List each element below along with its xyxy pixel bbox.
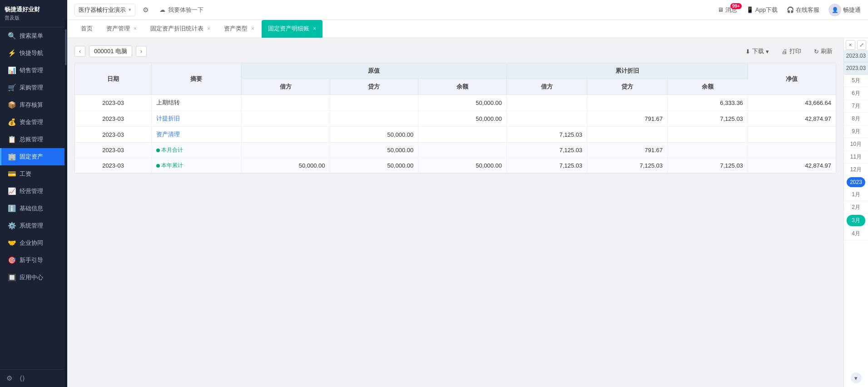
cell-dep-balance — [667, 127, 748, 143]
app-edition: 普及版 — [5, 15, 63, 21]
sidebar-item-system[interactable]: ⚙️ 系统管理 — [0, 217, 67, 234]
sidebar-item-label: 库存核算 — [20, 101, 43, 109]
panel-month-4[interactable]: 4月 — [844, 228, 868, 240]
tab-asset-type[interactable]: 资产类型 × — [218, 20, 261, 38]
customer-service-btn[interactable]: 🎧 在线客服 — [787, 6, 819, 14]
panel-month-2[interactable]: 2月 — [844, 201, 868, 214]
tab-close-icon[interactable]: × — [207, 25, 210, 32]
tab-asset-mgmt[interactable]: 资产管理 × — [100, 20, 143, 38]
sidebar-item-purchase[interactable]: 🛒 采购管理 — [0, 79, 67, 96]
sidebar-item-quick-nav[interactable]: ⚡ 快捷导航 — [0, 45, 67, 62]
panel-month-1[interactable]: 1月 — [844, 189, 868, 201]
tab-home-label: 首页 — [81, 25, 93, 33]
cell-orig-debit — [241, 127, 330, 143]
table-row-month-total: 2023-03 本月合计 50,000.00 7,125.03 — [75, 143, 836, 158]
panel-expand-btn[interactable]: ⤢ — [857, 40, 867, 50]
col-summary: 摘要 — [152, 63, 242, 95]
sidebar-item-finance[interactable]: 💰 资金管理 — [0, 114, 67, 131]
cell-dep-balance — [667, 143, 748, 158]
sidebar-item-inventory[interactable]: 📦 库存核算 — [0, 96, 67, 114]
user-menu[interactable]: 👤 畅捷通 — [828, 4, 861, 16]
cell-net-value: 43,666.64 — [748, 95, 836, 111]
tab-close-icon[interactable]: × — [251, 25, 254, 32]
sidebar-item-label: 新手引导 — [20, 256, 43, 264]
tab-close-icon[interactable]: × — [313, 25, 316, 32]
fixed-assets-icon: 🏢 — [8, 153, 16, 161]
tab-asset-detail[interactable]: 固定资产明细账 × — [262, 20, 322, 38]
experience-btn[interactable]: ☁ 我要体验一下 — [159, 6, 203, 14]
sidebar-item-payroll[interactable]: 💳 工资 — [0, 165, 67, 183]
download-btn[interactable]: ⬇ 下载 ▾ — [742, 45, 773, 57]
sales-icon: 📊 — [8, 66, 16, 74]
collapse-icon[interactable]: ⟨⟩ — [20, 374, 25, 382]
app-title: 畅捷通好业财 — [5, 5, 63, 14]
sidebar-item-search[interactable]: 🔍 搜索菜单 — [0, 27, 67, 45]
refresh-btn[interactable]: ↻ 刷新 — [810, 45, 836, 57]
table-row: 2023-03 资产清理 50,000.00 7,125.03 — [75, 127, 836, 143]
sidebar-item-label: 应用中心 — [20, 273, 43, 282]
sidebar-item-ledger[interactable]: 📋 总账管理 — [0, 131, 67, 148]
tab-label: 固定资产折旧统计表 — [150, 25, 203, 33]
panel-month-8[interactable]: 8月 — [844, 113, 868, 125]
cell-summary[interactable]: 资产清理 — [152, 127, 242, 143]
panel-close-btn[interactable]: × — [846, 40, 855, 50]
sidebar-item-enterprise[interactable]: 🤝 企业协同 — [0, 234, 67, 252]
next-asset-btn[interactable]: › — [136, 46, 147, 57]
tab-home[interactable]: 首页 — [74, 20, 99, 38]
panel-year-2023[interactable]: 2023 — [847, 177, 865, 188]
cell-summary: 本年累计 — [152, 158, 242, 174]
company-selector[interactable]: 医疗器械行业演示 ▾ — [74, 4, 135, 16]
sidebar-item-sales[interactable]: 📊 销售管理 — [0, 62, 67, 79]
col-depreciation-group: 累计折旧 — [507, 63, 748, 79]
settings-icon[interactable]: ⚙ — [6, 374, 12, 382]
cell-dep-debit: 7,125.03 — [507, 127, 587, 143]
cell-net-value: 42,874.97 — [748, 111, 836, 127]
cell-orig-credit: 50,000.00 — [330, 158, 418, 174]
cell-dep-balance: 6,333.36 — [667, 95, 748, 111]
tab-depreciation-stats[interactable]: 固定资产折旧统计表 × — [144, 20, 217, 38]
panel-month-6[interactable]: 6月 — [844, 87, 868, 100]
sidebar-item-app-center[interactable]: 🔲 应用中心 — [0, 269, 67, 286]
panel-scroll-down-btn[interactable]: ▾ — [851, 372, 862, 383]
detail-table: 日期 摘要 原值 累计折旧 净值 借方 贷方 余额 借方 贷方 余额 — [75, 63, 836, 173]
cell-summary[interactable]: 计提折旧 — [152, 111, 242, 127]
prev-asset-btn[interactable]: ‹ — [74, 46, 85, 57]
cell-date: 2023-03 — [75, 95, 152, 111]
guide-icon: 🎯 — [8, 256, 16, 264]
messages-badge: 99+ — [730, 3, 742, 9]
quick-nav-icon: ⚡ — [8, 49, 16, 57]
sidebar-item-fixed-assets[interactable]: 🏢 固定资产 — [0, 148, 67, 165]
sidebar-item-guide[interactable]: 🎯 新手引导 — [0, 252, 67, 269]
purchase-icon: 🛒 — [8, 84, 16, 92]
sidebar-nav: 🔍 搜索菜单 ⚡ 快捷导航 📊 销售管理 🛒 采购管理 📦 库存核算 💰 资金管… — [0, 27, 67, 369]
cell-orig-credit: 50,000.00 — [330, 143, 418, 158]
service-label: 在线客服 — [796, 6, 819, 14]
panel-month-10[interactable]: 10月 — [844, 138, 868, 151]
col-date: 日期 — [75, 63, 152, 95]
panel-month-12[interactable]: 12月 — [844, 164, 868, 176]
sidebar-item-label: 总账管理 — [20, 135, 43, 144]
panel-month-3[interactable]: 3月 — [847, 215, 865, 227]
panel-month-9[interactable]: 9月 — [844, 125, 868, 138]
tab-label: 资产管理 — [106, 25, 130, 33]
cell-orig-debit — [241, 95, 330, 111]
avatar: 👤 — [828, 4, 841, 16]
messages-btn[interactable]: 🖥 消息 99+ — [718, 6, 737, 14]
download-label: 下载 — [752, 47, 764, 55]
cell-summary: 本月合计 — [152, 143, 242, 158]
cell-dep-credit — [587, 127, 668, 143]
tab-close-icon[interactable]: × — [134, 25, 137, 32]
download-icon: 📱 — [746, 6, 754, 13]
operations-icon: 📈 — [8, 187, 16, 195]
panel-month-11[interactable]: 11月 — [844, 151, 868, 164]
print-btn[interactable]: 🖨 打印 — [778, 45, 805, 57]
system-icon: ⚙️ — [8, 222, 16, 230]
sidebar-item-operations[interactable]: 📈 经营管理 — [0, 183, 67, 200]
app-download-btn[interactable]: 📱 App下载 — [746, 6, 778, 14]
panel-month-7[interactable]: 7月 — [844, 100, 868, 113]
sidebar-item-basic-info[interactable]: ℹ️ 基础信息 — [0, 200, 67, 217]
basic-info-icon: ℹ️ — [8, 204, 16, 213]
panel-month-5[interactable]: 5月 — [844, 74, 868, 87]
sidebar-logo: 畅捷通好业财 普及版 — [0, 0, 67, 27]
company-settings-icon[interactable]: ⚙ — [143, 6, 149, 14]
